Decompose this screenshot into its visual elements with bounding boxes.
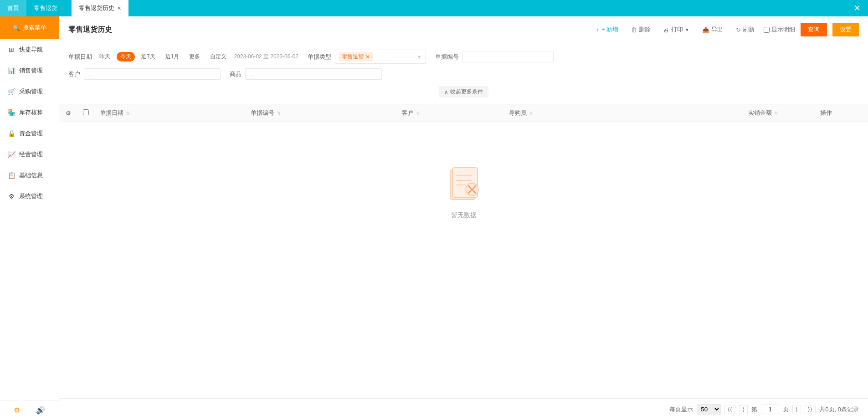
sidebar-settings-icon[interactable]: ⚙ xyxy=(14,406,20,415)
quick-nav-icon: ⊞ xyxy=(7,46,15,54)
th-settings: ⚙ xyxy=(59,104,77,122)
delete-button-label: 删除 xyxy=(639,26,651,34)
sidebar-item-sales-mgmt[interactable]: 📊 销售管理 xyxy=(0,60,59,81)
date-btn-more[interactable]: 更多 xyxy=(185,52,204,61)
print-button[interactable]: 🖨 打印 ▼ xyxy=(660,24,693,36)
tab-home[interactable]: 首页 xyxy=(0,0,26,16)
topbar-right: ✕ xyxy=(847,3,868,13)
tab-retail-return-history-close[interactable]: ✕ xyxy=(117,5,121,11)
sidebar-item-label-operations: 经营管理 xyxy=(19,150,43,159)
collapse-conditions-button[interactable]: ∧ 收起更多条件 xyxy=(439,86,488,97)
sidebar-item-label-inventory: 库存核算 xyxy=(19,108,43,117)
sidebar-nav: ⊞ 快捷导航 📊 销售管理 🛒 采购管理 🏪 库存核算 🔒 资金管理 📈 xyxy=(0,39,59,400)
search-menu-button[interactable]: 🔍 搜索菜单 xyxy=(0,16,59,39)
voucher-no-input[interactable] xyxy=(462,51,554,62)
page-number-input[interactable] xyxy=(761,405,779,414)
query-button[interactable]: 查询 xyxy=(801,23,827,36)
sidebar-item-quick-nav[interactable]: ⊞ 快捷导航 xyxy=(0,39,59,60)
goods-placeholder: ... xyxy=(249,71,254,77)
window-close-button[interactable]: ✕ xyxy=(854,3,861,13)
th-guide: 导购员 ⇅ xyxy=(503,104,632,122)
select-all-checkbox[interactable] xyxy=(83,109,89,115)
sidebar-audio-icon[interactable]: 🔊 xyxy=(36,406,45,415)
display-toggle-label: 显示明细 xyxy=(771,26,795,34)
th-customer-sort-icon[interactable]: ⇅ xyxy=(416,111,420,116)
filter-area: 单据日期 昨天 今天 近7天 近1月 更多 自定义 2023-06-02 至 2… xyxy=(59,43,868,104)
search-menu-label: 搜索菜单 xyxy=(23,24,46,32)
th-guide-sort-icon[interactable]: ⇅ xyxy=(529,111,533,116)
operations-mgmt-icon: 📈 xyxy=(7,150,15,159)
refresh-button[interactable]: ↻ 刷新 xyxy=(732,24,758,36)
sidebar-item-label-basic: 基础信息 xyxy=(19,171,43,179)
date-btn-today[interactable]: 今天 xyxy=(117,52,135,61)
tab-list: 首页 零售退货 ✕ 零售退货历史 ✕ xyxy=(0,0,847,16)
th-amount-sort-icon[interactable]: ⇅ xyxy=(775,111,778,116)
sidebar-item-purchase-mgmt[interactable]: 🛒 采购管理 xyxy=(0,81,59,102)
th-date-label: 单据日期 xyxy=(100,109,123,116)
new-button[interactable]: + + 新增 xyxy=(592,24,622,36)
pagination-bar: 每页显示 50 10 20 100 ⟨⟨ ⟨ 第 页 ⟩ ⟩⟩ 共0页, 0条记… xyxy=(59,398,868,420)
print-icon: 🖨 xyxy=(663,26,669,33)
table-container: ⚙ 单据日期 ⇅ 单据编号 ⇅ xyxy=(59,104,868,398)
delete-button[interactable]: 🗑 删除 xyxy=(627,24,654,36)
date-btn-yesterday[interactable]: 昨天 xyxy=(96,52,114,61)
th-amount-label: 实销金额 xyxy=(748,109,772,116)
filter-row-2: 客户 ... 商品 ... xyxy=(68,68,859,80)
sidebar-item-system-mgmt[interactable]: ⚙ 系统管理 xyxy=(0,186,59,207)
sidebar-item-inventory-calc[interactable]: 🏪 库存核算 xyxy=(0,102,59,123)
customer-select[interactable]: ... xyxy=(84,68,221,80)
filter-row-1: 单据日期 昨天 今天 近7天 近1月 更多 自定义 2023-06-02 至 2… xyxy=(68,50,859,64)
voucher-type-tag-close[interactable]: ✕ xyxy=(365,54,370,60)
sidebar: 🔍 搜索菜单 ⊞ 快捷导航 📊 销售管理 🛒 采购管理 🏪 库存核算 🔒 xyxy=(0,16,59,420)
tab-retail-return-history[interactable]: 零售退货历史 ✕ xyxy=(72,0,128,16)
settings-gear-icon[interactable]: ⚙ xyxy=(66,110,71,117)
new-button-label: + 新增 xyxy=(601,26,618,34)
voucher-type-label: 单据类型 xyxy=(308,53,331,61)
sidebar-item-label-capital: 资金管理 xyxy=(19,129,43,138)
th-checkbox xyxy=(77,104,94,122)
th-date-sort-icon[interactable]: ⇅ xyxy=(126,111,130,116)
sidebar-item-label-sales: 销售管理 xyxy=(19,67,43,75)
settings-button[interactable]: 设置 xyxy=(832,23,859,36)
inventory-calc-icon: 🏪 xyxy=(7,108,15,117)
refresh-icon: ↻ xyxy=(736,26,741,33)
goods-label: 商品 xyxy=(230,70,241,78)
th-no-sort-icon[interactable]: ⇅ xyxy=(277,111,281,116)
date-range-display: 2023-06-02 至 2023-06-02 xyxy=(234,53,298,61)
customer-label: 客户 xyxy=(68,70,80,78)
page-title: 零售退货历史 xyxy=(68,25,112,35)
date-btn-custom[interactable]: 自定义 xyxy=(206,52,230,61)
export-button-label: 导出 xyxy=(711,26,723,34)
plus-icon: + xyxy=(596,26,600,33)
th-date: 单据日期 ⇅ xyxy=(94,104,245,122)
sidebar-item-operations-mgmt[interactable]: 📈 经营管理 xyxy=(0,144,59,165)
goods-select[interactable]: ... xyxy=(245,68,382,80)
tab-retail-return[interactable]: 零售退货 ✕ xyxy=(26,0,72,16)
page-first-button[interactable]: ⟨⟨ xyxy=(724,405,735,414)
display-toggle-checkbox[interactable] xyxy=(764,27,770,33)
tab-retail-return-close[interactable]: ✕ xyxy=(60,5,64,11)
capital-mgmt-icon: 🔒 xyxy=(7,129,15,138)
export-button[interactable]: 📤 导出 xyxy=(699,24,727,36)
sidebar-item-capital-mgmt[interactable]: 🔒 资金管理 xyxy=(0,123,59,144)
th-customer-label: 客户 xyxy=(402,109,414,116)
date-btn-7days[interactable]: 近7天 xyxy=(138,52,159,61)
date-btn-1month[interactable]: 近1月 xyxy=(162,52,183,61)
date-filter-item: 单据日期 昨天 今天 近7天 近1月 更多 自定义 2023-06-02 至 2… xyxy=(68,52,298,61)
page-last-button[interactable]: ⟩⟩ xyxy=(805,405,816,414)
page-next-button[interactable]: ⟩ xyxy=(792,405,801,414)
voucher-no-filter: 单据编号 xyxy=(435,51,554,62)
voucher-type-filter: 单据类型 零售退货 ✕ ▼ xyxy=(308,50,426,64)
th-guide-label: 导购员 xyxy=(509,109,527,116)
page-prev-button[interactable]: ⟨ xyxy=(739,405,748,414)
voucher-type-value: 零售退货 xyxy=(342,53,364,61)
display-toggle[interactable]: 显示明细 xyxy=(764,26,795,34)
sidebar-item-basic-info[interactable]: 📋 基础信息 xyxy=(0,165,59,186)
voucher-type-select[interactable]: 零售退货 ✕ ▼ xyxy=(335,50,426,64)
per-page-select[interactable]: 50 10 20 100 xyxy=(697,404,721,415)
refresh-button-label: 刷新 xyxy=(743,26,755,34)
print-dropdown-icon: ▼ xyxy=(685,27,689,32)
th-customer: 客户 ⇅ xyxy=(396,104,503,122)
empty-text: 暂无数据 xyxy=(451,211,477,220)
th-amount: 实销金额 ⇅ xyxy=(633,104,784,122)
